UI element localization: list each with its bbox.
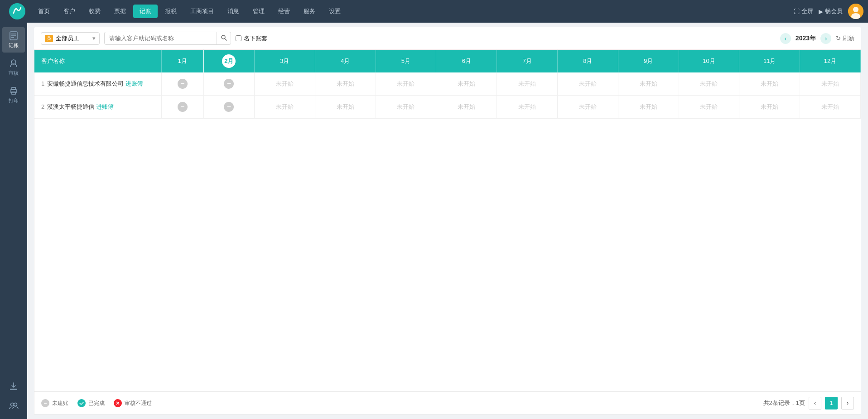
- chevron-down-icon: ▾: [92, 35, 96, 42]
- legend-grey-dot: [41, 399, 49, 407]
- table-cell-month-11: 未开始: [739, 96, 800, 119]
- next-year-button[interactable]: ›: [820, 33, 831, 44]
- table-cell-month-3: 未开始: [254, 96, 315, 119]
- nav-operation[interactable]: 经营: [272, 5, 296, 18]
- nav-items: 首页 客户 收费 票据 记账 报税 工商项目 消息 管理 经营 服务 设置: [32, 5, 794, 18]
- not-started-label: 未开始: [276, 103, 294, 110]
- nav-message[interactable]: 消息: [221, 5, 246, 18]
- myaccounts-checkbox[interactable]: [236, 35, 241, 41]
- not-started-label: 未开始: [518, 80, 536, 87]
- not-started-label: 未开始: [640, 80, 657, 87]
- table-cell-month-2: −: [203, 72, 254, 96]
- sidebar-item-audit[interactable]: 审核: [2, 55, 25, 80]
- myaccounts-checkbox-label[interactable]: 名下账套: [236, 34, 267, 43]
- table-cell-month-4: 未开始: [315, 96, 376, 119]
- table-cell-month-1: −: [161, 96, 203, 119]
- col-header-jul: 7月: [497, 50, 558, 72]
- not-started-label: 未开始: [579, 80, 597, 87]
- current-month-circle: 2月: [222, 54, 236, 68]
- sidebar-audit-label: 审核: [9, 70, 19, 77]
- nav-service[interactable]: 服务: [297, 5, 322, 18]
- not-started-label: 未开始: [337, 80, 354, 87]
- next-page-button[interactable]: ›: [841, 397, 854, 409]
- legend-rejected-label: 审核不通过: [125, 400, 152, 407]
- enter-ledger-link[interactable]: 进账簿: [125, 80, 143, 87]
- table-body: 1安徽畅捷通信息技术有限公司 进账簿−−未开始未开始未开始未开始未开始未开始未开…: [34, 72, 861, 119]
- prev-page-button[interactable]: ‹: [809, 397, 821, 409]
- nav-tax[interactable]: 报税: [159, 5, 183, 18]
- nav-bookkeeping[interactable]: 记账: [133, 5, 158, 18]
- not-started-label: 未开始: [518, 103, 536, 110]
- fullscreen-btn[interactable]: ⛶ 全屏: [794, 7, 813, 15]
- avatar[interactable]: [848, 4, 863, 19]
- nav-home[interactable]: 首页: [32, 5, 56, 18]
- table-cell-name: 2漠澳太平畅捷通信 进账簿: [34, 96, 161, 119]
- status-dash-icon: −: [178, 102, 188, 112]
- search-button[interactable]: [217, 32, 231, 44]
- employee-badge: 员: [45, 35, 53, 42]
- group-icon: [9, 401, 19, 411]
- nav-fee[interactable]: 收费: [82, 5, 107, 18]
- not-started-label: 未开始: [700, 103, 718, 110]
- top-nav: 首页 客户 收费 票据 记账 报税 工商项目 消息 管理 经营 服务 设置 ⛶ …: [0, 0, 868, 23]
- table-cell-month-5: 未开始: [376, 96, 436, 119]
- row-index: 2: [41, 103, 44, 110]
- fullscreen-icon: ⛶: [794, 8, 800, 15]
- toolbar: 员 全部员工 ▾ 名下账套 ‹ 2023年 ›: [34, 27, 861, 50]
- col-header-mar: 3月: [254, 50, 315, 72]
- nav-customer[interactable]: 客户: [57, 5, 82, 18]
- svg-point-13: [11, 403, 14, 406]
- prev-year-button[interactable]: ‹: [780, 33, 791, 44]
- total-records: 共2条记录，1页: [763, 399, 805, 407]
- table-cell-name: 1安徽畅捷通信息技术有限公司 进账簿: [34, 72, 161, 96]
- customer-name: 安徽畅捷通信息技术有限公司: [47, 80, 124, 87]
- table-cell-month-3: 未开始: [254, 72, 315, 96]
- refresh-label: 刷新: [843, 34, 854, 43]
- nav-invoice[interactable]: 票据: [108, 5, 132, 18]
- col-header-feb: 2月: [203, 50, 254, 72]
- fullscreen-label: 全屏: [801, 7, 813, 15]
- table-cell-month-12: 未开始: [800, 72, 861, 96]
- status-dash-icon: −: [178, 79, 188, 89]
- sidebar-item-print[interactable]: 打印: [2, 82, 25, 108]
- enter-ledger-link[interactable]: 进账簿: [96, 103, 114, 110]
- not-started-label: 未开始: [458, 103, 475, 110]
- row-index: 1: [41, 80, 44, 87]
- col-header-apr: 4月: [315, 50, 376, 72]
- table-cell-month-8: 未开始: [557, 96, 618, 119]
- sidebar-print-label: 打印: [9, 97, 19, 104]
- col-header-jun: 6月: [436, 50, 497, 72]
- not-started-label: 未开始: [458, 80, 475, 87]
- sidebar-item-bookkeeping[interactable]: 记账: [2, 27, 25, 53]
- refresh-button[interactable]: ↻ 刷新: [836, 34, 854, 43]
- member-btn[interactable]: ▶ 畅会员: [819, 7, 843, 15]
- not-started-label: 未开始: [640, 103, 657, 110]
- table-container: 客户名称 1月 2月 3月 4月 5月 6月 7月 8月 9月 10月 11月 …: [34, 50, 861, 392]
- table-cell-month-2: −: [203, 96, 254, 119]
- col-header-oct: 10月: [679, 50, 739, 72]
- not-started-label: 未开始: [821, 103, 839, 110]
- employee-select[interactable]: 员 全部员工 ▾: [41, 32, 100, 45]
- not-started-label: 未开始: [276, 80, 294, 87]
- table-cell-month-6: 未开始: [436, 72, 497, 96]
- print-icon: [9, 86, 19, 96]
- table-cell-month-7: 未开始: [497, 96, 558, 119]
- table-cell-month-9: 未开始: [618, 96, 679, 119]
- content-area: 员 全部员工 ▾ 名下账套 ‹ 2023年 ›: [27, 23, 868, 419]
- not-started-label: 未开始: [397, 103, 415, 110]
- sidebar-item-group[interactable]: [2, 397, 25, 414]
- refresh-icon: ↻: [836, 35, 841, 42]
- nav-manage[interactable]: 管理: [246, 5, 271, 18]
- year-display: 2023年: [796, 34, 816, 43]
- legend-completed: 已完成: [77, 399, 105, 407]
- not-started-label: 未开始: [700, 80, 718, 87]
- table-cell-month-10: 未开始: [679, 96, 739, 119]
- nav-settings[interactable]: 设置: [323, 5, 347, 18]
- search-input[interactable]: [105, 33, 217, 44]
- checkbox-text: 名下账套: [244, 34, 267, 43]
- sidebar-item-download[interactable]: [2, 378, 25, 395]
- page-1-button[interactable]: 1: [825, 397, 838, 409]
- sidebar-bookkeeping-label: 记账: [9, 42, 19, 49]
- nav-business[interactable]: 工商项目: [184, 5, 220, 18]
- col-header-aug: 8月: [557, 50, 618, 72]
